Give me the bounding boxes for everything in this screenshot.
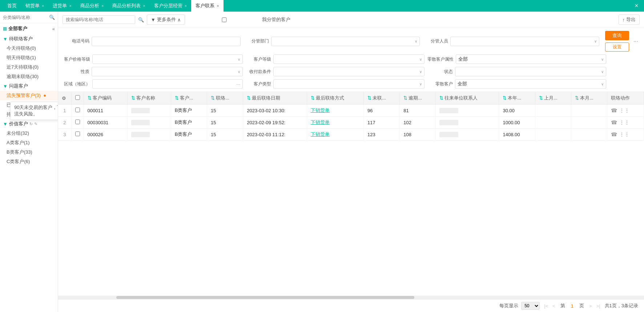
more-actions-icon[interactable]: ⋮⋮ (619, 108, 629, 113)
row-last-contact-method[interactable]: 下销货单 (307, 105, 363, 117)
row-actions: ☎ ⋮⋮ (607, 105, 644, 117)
my-customers-checkbox-label[interactable]: 我分管的客户 (188, 16, 290, 23)
sidebar-item-tomorrow[interactable]: 明天待联络(1) (0, 53, 58, 62)
close-icon[interactable]: × (69, 4, 71, 8)
nav-customer-tier[interactable]: 客户分层经营 × (150, 0, 191, 12)
edit-icon[interactable]: ✎ (34, 122, 37, 126)
filter-payment-select[interactable]: ∨ (273, 67, 424, 76)
sidebar-all-customers[interactable]: ⊞ 全部客户 « (0, 23, 58, 34)
first-page-button[interactable]: |< (543, 303, 550, 309)
row-checkbox[interactable] (75, 131, 80, 136)
sidebar-item-class-a[interactable]: A类客户(1) (0, 138, 58, 147)
close-icon[interactable]: × (217, 4, 219, 8)
sidebar-item-7days[interactable]: 近7天待联络(0) (0, 62, 58, 72)
sidebar-item-overdue[interactable]: 逾期未联络(30) (0, 72, 58, 81)
sidebar-item-churn-warning[interactable]: 流失预警客户(3) ● (0, 91, 58, 100)
col-settings[interactable]: ⚙ (58, 92, 71, 105)
col-unit-contact[interactable]: ⇅往来单位联系人 (436, 92, 499, 105)
col-last-month[interactable]: ⇅上月... (535, 92, 571, 105)
call-icon[interactable]: ☎ (611, 131, 617, 137)
nav-home[interactable]: 首页 (3, 0, 21, 12)
search-input[interactable] (63, 15, 135, 24)
nav-sales[interactable]: 销货单 × (21, 0, 48, 12)
filter-retail-select[interactable]: 全部 ∨ (455, 79, 606, 89)
my-customers-checkbox[interactable] (188, 17, 261, 22)
row-checkbox-cell[interactable] (71, 105, 84, 117)
close-icon[interactable]: × (42, 4, 44, 8)
row-checkbox[interactable] (75, 108, 80, 112)
filter-nature-select[interactable]: ∨ (92, 67, 243, 76)
sidebar-item-class-b[interactable]: B类客户(33) (0, 147, 58, 157)
query-button[interactable]: 查询 (605, 31, 629, 40)
sidebar-item-today[interactable]: 今天待联络(0) (0, 44, 58, 53)
filter-dept-select[interactable]: ∨ (271, 37, 420, 46)
filter-customer-level-select[interactable]: ∨ (273, 54, 424, 64)
filter-price-select[interactable]: ∨ (92, 54, 243, 64)
row-last-contact-method[interactable]: 下销货单 (307, 129, 363, 141)
filter-status-select[interactable]: ∨ (455, 67, 606, 76)
sidebar-group-pending[interactable]: ▼ 待联络客户 (0, 34, 58, 44)
call-icon[interactable]: ☎ (611, 119, 617, 125)
filter-nature: 性质 ∨ (64, 67, 243, 76)
scrollbar-thumb[interactable] (116, 296, 414, 299)
col-this-year[interactable]: ⇅本年... (499, 92, 535, 105)
call-icon[interactable]: ☎ (611, 108, 617, 113)
col-last-contact-method[interactable]: ⇅最后联络方式 (307, 92, 363, 105)
col-checkbox[interactable] (71, 92, 84, 105)
col-name[interactable]: ⇅客户名称 (127, 92, 171, 105)
sidebar-search-input[interactable] (3, 15, 49, 20)
row-unit-contact (436, 129, 499, 141)
sort-icon: ⇅ (539, 95, 543, 101)
col-uncontacted[interactable]: ⇅未联... (364, 92, 400, 105)
col-this-month[interactable]: ⇅本月... (571, 92, 607, 105)
col-last-contact-date[interactable]: ⇅最后联络日期 (243, 92, 307, 105)
more-actions-icon[interactable]: ⋮⋮ (619, 119, 629, 125)
row-contact: 15 (207, 105, 243, 117)
sidebar-group-value[interactable]: ▼ 价值客户 ↻ ✎ (0, 119, 58, 129)
arrow-icon: ▼ (3, 36, 8, 42)
more-actions-icon[interactable]: ⋮⋮ (619, 131, 629, 137)
row-checkbox[interactable] (75, 119, 80, 124)
sidebar-item-class-c[interactable]: C类客户(6) (0, 157, 58, 166)
filter-customer-type-select[interactable]: ∨ (273, 79, 424, 89)
nav-product-list[interactable]: 商品分析列表 × (108, 0, 149, 12)
close-icon[interactable]: × (185, 4, 187, 8)
col-overdue[interactable]: ⇅逾期... (400, 92, 436, 105)
row-checkbox-cell[interactable] (71, 129, 84, 141)
filter-dept-label: 分管部门 (243, 38, 269, 44)
col-type[interactable]: ⇅客户... (171, 92, 207, 105)
sort-icon: ⇅ (439, 95, 443, 101)
col-contact[interactable]: ⇅联络... (207, 92, 243, 105)
filter-retail: 零散客户 全部 ∨ (427, 79, 606, 89)
more-conditions-button[interactable]: ▼ 更多条件 ∧ (147, 15, 185, 25)
filter-region-select[interactable]: ··· (92, 79, 243, 89)
filter-retail-attr-select[interactable]: 全部 ∨ (456, 54, 606, 64)
per-page-select[interactable]: 50 100 200 (521, 302, 540, 310)
last-page-button[interactable]: >| (595, 303, 602, 309)
row-this-year: 1000.00 (499, 117, 535, 129)
horizontal-scrollbar[interactable] (58, 296, 644, 299)
row-type: B类客户 (171, 105, 207, 117)
nav-purchase[interactable]: 进货单 × (48, 0, 76, 12)
filter-phone-input[interactable] (92, 37, 241, 46)
nav-customer-contact[interactable]: 客户联系 × (191, 0, 223, 12)
sidebar-group-problem[interactable]: ▼ 问题客户 (0, 81, 58, 91)
close-icon[interactable]: × (143, 4, 145, 8)
settings-button[interactable]: 设置 (605, 42, 629, 52)
sidebar-item-ungrouped[interactable]: 未分组(32) (0, 129, 58, 138)
filter-person-select[interactable]: ∨ (450, 37, 599, 46)
filter-dept: 分管部门 ∨ (243, 37, 420, 46)
close-icon[interactable]: × (101, 4, 104, 8)
window-close-button[interactable]: × (632, 3, 641, 9)
nav-product-analysis[interactable]: 商品分析 × (76, 0, 108, 12)
col-code[interactable]: ⇅客户编码 (84, 92, 127, 105)
row-checkbox-cell[interactable] (71, 117, 84, 129)
export-icon: ↑ (623, 17, 625, 23)
prev-page-button[interactable]: < (551, 303, 557, 309)
row-code: 000026 (84, 129, 127, 141)
refresh-icon[interactable]: ↻ (29, 122, 33, 126)
next-page-button[interactable]: > (588, 303, 593, 309)
row-last-contact-method[interactable]: 下销货单 (307, 117, 363, 129)
select-all-checkbox[interactable] (75, 95, 80, 100)
export-button[interactable]: ↑ 导出 (619, 15, 640, 25)
